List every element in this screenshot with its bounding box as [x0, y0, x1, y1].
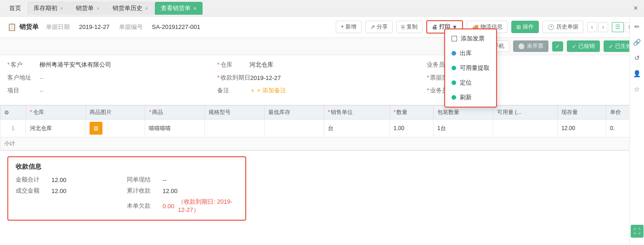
sidebar-user-icon[interactable]: 👤 [631, 67, 644, 80]
sold-button[interactable]: ✓ 已核销 [567, 40, 600, 52]
new-button[interactable]: + 新增 [336, 21, 362, 33]
dropdown-outbound[interactable]: 出库 [445, 46, 496, 61]
refresh-label: 刷新 [460, 93, 472, 102]
window-close-button[interactable]: × [631, 4, 640, 13]
dropdown-add-invoice[interactable]: 添加发票 [445, 31, 496, 46]
col-settings[interactable]: ⚙ [0, 106, 26, 120]
sidebar-expand-icon[interactable]: ⛶ [631, 225, 644, 238]
available-qty-label: 可用量提取 [460, 64, 490, 72]
tab-history-label: 销货单历史 [113, 4, 142, 12]
col-product: 商品 [145, 106, 205, 120]
subtotal-label: 小计 [0, 137, 644, 150]
main-content: 📋 销货单 单据日期 2019-12-27 单据编号 SA-20191227-0… [0, 17, 644, 245]
due-date-group: 收款到期日 2019-12-27 [217, 74, 427, 82]
payment-grid: 金额合计 12.00 同单现结 -- 成交金额 12.00 累计收款 12.00… [16, 176, 238, 214]
operations-dropdown: 添加发票 出库 可用量提取 定位 刷新 [444, 28, 497, 108]
add-note-plus-icon: ＋ [249, 86, 256, 95]
customer-value: 柳州粤港平安气体有限公司 [40, 61, 111, 69]
copy-label: 复制 [407, 23, 418, 31]
project-group: 项目 -- [7, 86, 217, 95]
col-pack-qty: 包装数量 [433, 106, 493, 120]
effective-check-icon: ✓ [609, 43, 613, 50]
tab-home-label: 首页 [9, 4, 21, 12]
row-warehouse: 河北仓库 [26, 120, 85, 137]
row-num: 1 [0, 120, 26, 137]
note-group: 备注 ＋ + 添加备注 [217, 86, 427, 95]
table-header-row: ⚙ 仓库 商品图片 商品 规格型号 最低库存 销售单位 数量 包装数量 可用量 … [0, 106, 644, 120]
tab-inventory-close[interactable]: × [60, 6, 63, 11]
not-open-button[interactable]: ⚪ 未开票 [513, 40, 548, 52]
right-sidebar: ✏ 🔗 ↺ 👤 ☆ ⛶ [629, 17, 644, 245]
locate-label: 定位 [460, 79, 472, 87]
tab-history-close[interactable]: × [145, 6, 148, 11]
tab-inventory-label: 库存期初 [34, 4, 57, 12]
tab-sales-order[interactable]: 销货单 × [70, 2, 105, 15]
warehouse-label: 仓库 [217, 61, 249, 69]
confirm-check: ✓ [555, 43, 560, 50]
confirm-icon-button[interactable]: ✓ [552, 41, 563, 51]
nav-prev[interactable]: ‹ [587, 22, 597, 32]
nav-next[interactable]: › [598, 22, 608, 32]
payment-cumulative-value: 12.00 [163, 188, 178, 194]
tab-view-sales[interactable]: 查看销货单 × [155, 2, 202, 15]
status-row: 📱 来自手机 ⚪ 未开票 ✓ ✓ 已核销 ✓ 已生效 [0, 38, 644, 55]
tab-inventory-init[interactable]: 库存期初 × [28, 2, 69, 15]
tab-bar-right: × [631, 4, 640, 13]
add-note-label: + 添加备注 [257, 86, 286, 95]
row-unit: 台 [324, 120, 390, 137]
tab-home[interactable]: 首页 [4, 2, 27, 15]
tab-sales-history[interactable]: 销货单历史 × [107, 2, 154, 15]
history-button[interactable]: 🕐 历史单据 [542, 21, 583, 33]
col-min-stock: 最低库存 [264, 106, 324, 120]
row-product-img: 🖼 [85, 120, 145, 137]
row-qty: 1.00 [390, 120, 433, 137]
new-label: + 新增 [341, 23, 356, 31]
row-current-stock: 12.00 [558, 120, 606, 137]
form-row-3: 项目 -- 备注 ＋ + 添加备注 业务员孟 -- [7, 86, 637, 95]
share-button[interactable]: ↗ 分享 [365, 21, 393, 33]
doc-number-value: SA-20191227-001 [152, 23, 201, 30]
share-label: 分享 [377, 23, 388, 31]
not-open-icon: ⚪ [518, 43, 525, 50]
sidebar-star-icon[interactable]: ☆ [631, 83, 644, 96]
row-spec [205, 120, 265, 137]
payment-owed-value: 0.00 [163, 203, 174, 210]
subtotal-row: 小计 [0, 137, 644, 150]
payment-total-label: 金额合计 [16, 176, 48, 184]
row-available [493, 120, 557, 137]
due-date-value: 2019-12-27 [250, 74, 281, 81]
address-label: 客户地址 [7, 74, 40, 82]
dropdown-available-qty[interactable]: 可用量提取 [445, 61, 496, 75]
dropdown-refresh[interactable]: 刷新 [445, 90, 496, 105]
copy-button[interactable]: ⎘ 复制 [396, 21, 423, 33]
outbound-label: 出库 [460, 49, 472, 57]
form-row-1: 客户 柳州粤港平安气体有限公司 仓库 河北仓库 业务员 演示账号 [7, 61, 637, 69]
doc-number-label: 单据编号 [119, 23, 143, 31]
sidebar-link-icon[interactable]: 🔗 [631, 36, 644, 49]
payment-same-order-label: 同单现结 [127, 176, 159, 184]
payment-owed-note: （收款到期日: 2019-12-27） [178, 198, 238, 214]
view-list[interactable]: ☰ [612, 22, 624, 32]
tab-view-label: 查看销货单 [161, 4, 191, 12]
operations-button[interactable]: ⊞ 操作 [511, 21, 539, 33]
row-min-stock [264, 120, 324, 137]
product-image: 🖼 [90, 122, 102, 135]
table-row: 1 河北仓库 🖼 嘻嘻嘻嘻 台 1.00 1台 12.00 0. [0, 120, 644, 137]
form-row-2: 客户地址 -- 收款到期日 2019-12-27 票据类型 不开票 [7, 74, 637, 82]
customer-group: 客户 柳州粤港平安气体有限公司 [7, 61, 217, 69]
sidebar-edit-icon[interactable]: ✏ [631, 20, 644, 33]
tab-sales-close[interactable]: × [96, 6, 99, 11]
project-label: 项目 [7, 86, 40, 95]
customer-label: 客户 [7, 61, 40, 69]
col-qty: 数量 [390, 106, 433, 120]
doc-title-group: 📋 销货单 [7, 23, 39, 31]
tab-view-close[interactable]: × [193, 6, 196, 11]
doc-date-label: 单据日期 [46, 23, 70, 31]
add-invoice-icon [452, 36, 457, 41]
payment-deal-label: 成交金额 [16, 187, 48, 195]
nav-arrows: ‹ › [587, 22, 608, 32]
sidebar-refresh-icon[interactable]: ↺ [631, 51, 644, 64]
dropdown-locate[interactable]: 定位 [445, 75, 496, 90]
add-note-button[interactable]: ＋ + 添加备注 [249, 86, 286, 95]
payment-title: 收款信息 [16, 163, 238, 171]
